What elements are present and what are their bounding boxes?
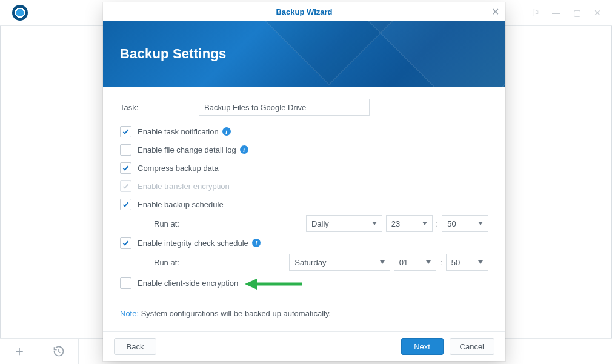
modal-titlebar: Backup Wizard ✕ — [103, 2, 505, 21]
pin-icon[interactable]: ⚐ — [530, 8, 542, 18]
info-icon[interactable]: i — [252, 239, 261, 247]
add-button[interactable]: ＋ — [0, 339, 39, 364]
run-at-label-2: Run at: — [154, 258, 289, 267]
label-enable-transfer-encryption: Enable transfer encryption — [138, 182, 230, 191]
backup-wizard-modal: Backup Wizard ✕ Backup Settings Task: En… — [103, 2, 505, 361]
info-icon[interactable]: i — [240, 145, 248, 154]
label-enable-integrity-check-schedule: Enable integrity check schedule — [138, 239, 248, 248]
chevron-down-icon — [478, 222, 483, 225]
checkbox-enable-task-notification[interactable] — [120, 126, 131, 137]
chevron-down-icon — [372, 222, 377, 225]
history-button[interactable] — [39, 339, 79, 364]
select-backup-minute[interactable]: 50 — [442, 215, 488, 232]
chevron-down-icon — [422, 222, 427, 225]
modal-footer: Back Next Cancel — [103, 331, 505, 361]
select-integrity-day[interactable]: Saturday — [289, 254, 390, 271]
time-colon: : — [440, 258, 442, 267]
label-enable-client-side-encryption: Enable client-side encryption — [138, 279, 238, 288]
checkbox-compress-backup-data[interactable] — [120, 162, 131, 174]
label-enable-file-change-log: Enable file change detail log — [138, 145, 236, 154]
select-integrity-hour[interactable]: 01 — [394, 254, 436, 271]
cancel-button[interactable]: Cancel — [450, 338, 494, 355]
modal-content: Task: Enable task notification i Enable … — [103, 87, 505, 331]
close-window-icon[interactable]: ✕ — [591, 8, 604, 18]
next-button[interactable]: Next — [401, 338, 444, 355]
modal-title: Backup Wizard — [276, 7, 332, 16]
chevron-down-icon — [478, 260, 483, 264]
checkbox-enable-backup-schedule[interactable] — [120, 199, 131, 210]
run-at-label-1: Run at: — [154, 219, 306, 228]
chevron-down-icon — [426, 260, 431, 264]
chevron-down-icon — [380, 260, 385, 264]
time-colon: : — [436, 219, 439, 228]
checkbox-enable-file-change-log[interactable] — [120, 144, 131, 156]
note-label: Note: — [120, 309, 139, 318]
back-button[interactable]: Back — [114, 338, 156, 355]
select-integrity-minute[interactable]: 50 — [446, 254, 488, 271]
checkbox-enable-integrity-check-schedule[interactable] — [120, 237, 131, 249]
modal-banner: Backup Settings — [103, 21, 505, 87]
note-text: System configurations will be backed up … — [139, 309, 331, 318]
task-name-input[interactable] — [199, 99, 370, 116]
task-label: Task: — [120, 103, 199, 112]
page-title: Backup Settings — [120, 46, 226, 62]
close-icon[interactable]: ✕ — [491, 6, 499, 18]
checkbox-enable-client-side-encryption[interactable] — [120, 277, 131, 289]
checkbox-enable-transfer-encryption — [120, 180, 131, 192]
select-backup-hour[interactable]: 23 — [386, 215, 433, 232]
minimize-icon[interactable]: ― — [550, 8, 562, 18]
info-icon[interactable]: i — [222, 127, 231, 136]
maximize-icon[interactable]: ▢ — [571, 8, 583, 18]
app-logo-icon — [12, 5, 28, 21]
select-backup-frequency[interactable]: Daily — [306, 215, 382, 232]
label-compress-backup-data: Compress backup data — [138, 164, 219, 173]
label-enable-backup-schedule: Enable backup schedule — [138, 200, 224, 209]
label-enable-task-notification: Enable task notification — [138, 127, 219, 136]
